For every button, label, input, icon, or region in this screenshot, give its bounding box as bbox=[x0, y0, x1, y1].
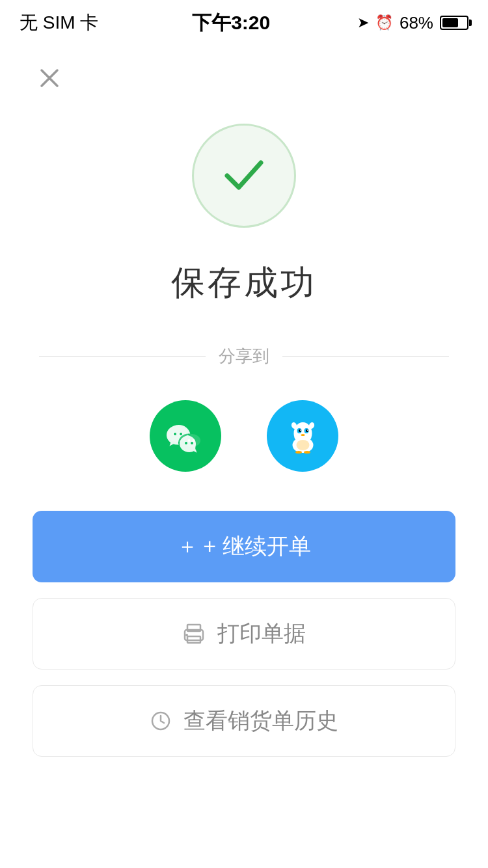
print-icon bbox=[182, 623, 206, 644]
svg-point-24 bbox=[304, 451, 310, 454]
history-icon bbox=[150, 710, 172, 732]
svg-point-23 bbox=[295, 451, 302, 454]
actions-container: ＋ + 继续开单 打印单据 查看销货单历 bbox=[0, 511, 488, 757]
svg-point-30 bbox=[185, 634, 188, 636]
location-icon: ➤ bbox=[357, 14, 369, 31]
svg-point-10 bbox=[191, 442, 193, 444]
status-bar: 无 SIM 卡 下午3:20 ➤ ⏰ 68% bbox=[0, 0, 488, 46]
svg-point-19 bbox=[307, 429, 308, 431]
print-button[interactable]: 打印单据 bbox=[33, 598, 455, 670]
status-left: 无 SIM 卡 bbox=[20, 10, 105, 35]
svg-point-16 bbox=[299, 429, 301, 432]
svg-point-20 bbox=[301, 434, 305, 436]
svg-point-18 bbox=[300, 429, 301, 431]
battery-percent: 68% bbox=[400, 13, 433, 33]
continue-label: + 继续开单 bbox=[203, 532, 310, 562]
success-icon-circle bbox=[192, 124, 296, 228]
qq-share-button[interactable] bbox=[267, 400, 338, 472]
share-icons-row bbox=[150, 400, 338, 472]
close-button[interactable] bbox=[30, 59, 69, 98]
share-divider: 分享到 bbox=[0, 345, 488, 368]
history-label: 查看销货单历史 bbox=[183, 706, 338, 736]
divider-right bbox=[282, 356, 449, 357]
wechat-share-button[interactable] bbox=[150, 400, 221, 472]
status-right: ➤ ⏰ 68% bbox=[357, 13, 468, 33]
battery-icon bbox=[440, 16, 468, 30]
svg-point-11 bbox=[174, 433, 176, 435]
share-section: 分享到 bbox=[0, 345, 488, 472]
main-content: 保存成功 分享到 bbox=[0, 85, 488, 868]
share-label: 分享到 bbox=[219, 345, 269, 368]
print-label: 打印单据 bbox=[217, 619, 306, 649]
svg-point-17 bbox=[306, 429, 308, 432]
no-sim-label: 无 SIM 卡 bbox=[20, 10, 98, 35]
plus-icon: ＋ bbox=[177, 532, 198, 561]
svg-point-9 bbox=[185, 442, 187, 444]
svg-point-12 bbox=[180, 433, 182, 435]
checkmark-icon bbox=[218, 148, 270, 203]
history-button[interactable]: 查看销货单历史 bbox=[33, 685, 455, 757]
divider-left bbox=[39, 356, 206, 357]
svg-point-22 bbox=[296, 440, 309, 450]
success-title: 保存成功 bbox=[171, 260, 317, 306]
status-time: 下午3:20 bbox=[192, 10, 270, 36]
alarm-icon: ⏰ bbox=[375, 14, 393, 31]
continue-button[interactable]: ＋ + 继续开单 bbox=[33, 511, 455, 582]
